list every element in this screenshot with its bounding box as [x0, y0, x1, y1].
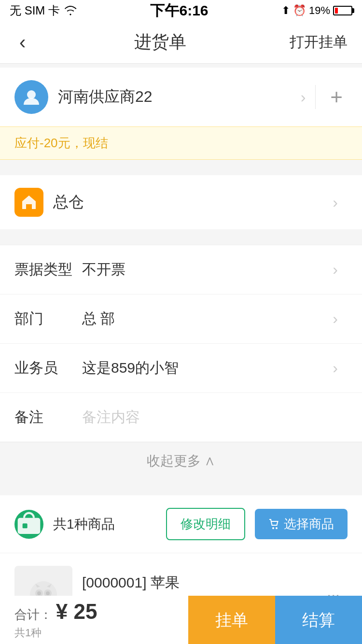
- svg-point-10: [46, 591, 50, 595]
- products-header: 共1种商品 修改明细 选择商品: [0, 495, 362, 553]
- home-icon: [20, 194, 38, 211]
- page-title: 进货单: [134, 30, 186, 54]
- notice-text: 应付-20元，现结: [14, 136, 108, 150]
- dept-label: 部门: [14, 309, 82, 329]
- total-row: 合计： ¥ 25: [14, 600, 174, 624]
- product-name: [0000001] 苹果: [82, 573, 319, 593]
- warehouse-chevron-icon: ›: [333, 194, 338, 211]
- invoice-row[interactable]: 票据类型 不开票 ›: [0, 245, 362, 294]
- product-title: 苹果: [151, 574, 180, 590]
- total-count: 共1种: [14, 626, 174, 640]
- sales-row[interactable]: 业务员 这是859的小智 ›: [0, 343, 362, 392]
- battery-percent: 19%: [309, 4, 330, 17]
- open-pending-button[interactable]: 打开挂单: [290, 32, 348, 52]
- supplier-row[interactable]: 河南供应商22 › +: [0, 68, 362, 126]
- divider: [315, 85, 316, 109]
- status-time: 下午6:16: [150, 1, 208, 21]
- select-product-button[interactable]: 选择商品: [255, 509, 348, 539]
- warehouse-name: 总仓: [53, 192, 333, 213]
- product-id: [0000001]: [82, 574, 151, 590]
- remark-placeholder: 备注内容: [82, 407, 348, 427]
- sales-label: 业务员: [14, 358, 82, 378]
- sales-value: 这是859的小智: [82, 358, 333, 378]
- form-section: 票据类型 不开票 › 部门 总 部 › 业务员 这是859的小智 › 备注 备注…: [0, 245, 362, 480]
- checkout-button[interactable]: 结算: [275, 596, 362, 644]
- invoice-label: 票据类型: [14, 260, 82, 280]
- products-icon: [14, 510, 43, 539]
- total-section: 合计： ¥ 25 共1种: [0, 600, 188, 640]
- status-bar: 无 SIM 卡 下午6:16 ⬆ ⏰ 19%: [0, 0, 362, 21]
- invoice-value: 不开票: [82, 260, 333, 280]
- carrier-text: 无 SIM 卡: [10, 3, 60, 18]
- battery-icon: [333, 6, 352, 15]
- collapse-button[interactable]: 收起更多 ∧: [0, 442, 362, 480]
- svg-rect-2: [18, 518, 41, 533]
- warehouse-row[interactable]: 总仓 ›: [0, 175, 362, 229]
- cart-icon: [268, 518, 280, 530]
- sales-chevron-icon: ›: [333, 359, 338, 377]
- edit-detail-button[interactable]: 修改明细: [166, 508, 245, 540]
- warehouse-icon: [14, 188, 43, 217]
- dept-chevron-icon: ›: [333, 310, 338, 328]
- nav-bar: ‹ 进货单 打开挂单: [0, 21, 362, 64]
- total-label: 合计：: [14, 607, 52, 622]
- total-amount: ¥ 25: [56, 600, 97, 623]
- svg-rect-1: [26, 204, 32, 209]
- notice-bar: 应付-20元，现结: [0, 126, 362, 160]
- remark-row[interactable]: 备注 备注内容: [0, 392, 362, 442]
- add-button[interactable]: +: [325, 85, 348, 109]
- supplier-chevron-icon: ›: [301, 88, 306, 106]
- product-count: 共1种商品: [53, 515, 156, 533]
- person-icon: [22, 87, 41, 107]
- svg-point-4: [272, 527, 274, 529]
- supplier-name: 河南供应商22: [58, 86, 301, 108]
- select-product-label: 选择商品: [284, 516, 334, 532]
- dept-row[interactable]: 部门 总 部 ›: [0, 294, 362, 343]
- supplier-section: 河南供应商22 › + 应付-20元，现结: [0, 68, 362, 160]
- back-button[interactable]: ‹: [14, 27, 30, 58]
- bottom-bar: 合计： ¥ 25 共1种 挂单 结算: [0, 596, 362, 644]
- svg-point-5: [276, 527, 278, 529]
- svg-point-0: [27, 90, 36, 99]
- svg-point-9: [37, 591, 41, 595]
- remark-label: 备注: [14, 407, 82, 427]
- wifi-icon: [64, 6, 77, 15]
- pending-button[interactable]: 挂单: [188, 596, 275, 644]
- shopping-icon: [14, 510, 43, 539]
- dept-value: 总 部: [82, 309, 333, 329]
- location-icon: ⬆: [281, 4, 290, 17]
- alarm-icon: ⏰: [293, 4, 306, 17]
- status-left: 无 SIM 卡: [10, 3, 77, 18]
- warehouse-section: 总仓 ›: [0, 175, 362, 229]
- status-right: ⬆ ⏰ 19%: [281, 4, 352, 17]
- invoice-chevron-icon: ›: [333, 261, 338, 279]
- svg-rect-3: [23, 523, 28, 528]
- supplier-avatar: [14, 80, 48, 114]
